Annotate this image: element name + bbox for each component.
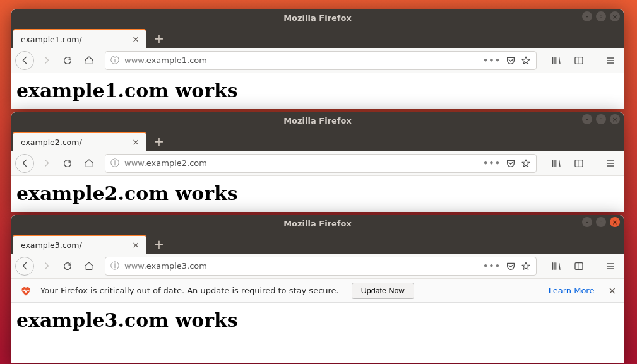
reload-button[interactable]: [58, 257, 77, 276]
new-tab-button[interactable]: +: [150, 132, 169, 151]
library-button[interactable]: [547, 51, 566, 70]
app-menu-button[interactable]: [601, 154, 620, 173]
learn-more-link[interactable]: Learn More: [549, 286, 595, 295]
close-tab-icon[interactable]: ×: [132, 138, 140, 146]
maximize-button[interactable]: ◦: [596, 217, 606, 227]
sidebar-button[interactable]: [569, 51, 588, 70]
minimize-button[interactable]: –: [582, 114, 592, 124]
tab-label: example1.com/: [21, 35, 82, 44]
tab-label: example2.com/: [21, 138, 82, 147]
maximize-button[interactable]: ◦: [596, 114, 606, 124]
sidebar-icon: [574, 56, 584, 66]
reload-button[interactable]: [58, 154, 77, 173]
page-actions-icon[interactable]: •••: [483, 56, 501, 65]
back-icon: [20, 56, 30, 65]
update-now-button[interactable]: Update Now: [352, 283, 414, 299]
minimize-button[interactable]: –: [582, 217, 592, 227]
reload-icon: [63, 56, 73, 66]
url-text: www.example3.com: [124, 261, 478, 271]
home-button[interactable]: [80, 154, 98, 173]
minimize-button[interactable]: –: [582, 11, 592, 21]
nav-toolbar: ⓘ www.example1.com •••: [11, 48, 624, 73]
maximize-button[interactable]: ◦: [596, 11, 606, 21]
sidebar-button[interactable]: [569, 154, 588, 173]
back-button[interactable]: [15, 51, 34, 70]
close-tab-icon[interactable]: ×: [132, 35, 140, 44]
page-actions-icon[interactable]: •••: [483, 158, 501, 168]
forward-button: [37, 257, 56, 276]
reload-icon: [63, 158, 73, 168]
tab-bar: example1.com/ × +: [11, 26, 624, 48]
forward-button: [37, 51, 56, 70]
site-info-icon[interactable]: ⓘ: [110, 55, 119, 66]
new-tab-button[interactable]: +: [150, 235, 169, 254]
heartbeat-icon: [19, 284, 33, 298]
tab-bar: example2.com/ × +: [11, 129, 624, 151]
back-button[interactable]: [15, 257, 34, 276]
site-info-icon[interactable]: ⓘ: [110, 158, 119, 169]
home-icon: [84, 56, 94, 66]
page-content: example3.com works: [11, 303, 624, 344]
tab-bar: example3.com/ × +: [11, 232, 624, 254]
bookmark-star-icon[interactable]: [521, 56, 531, 66]
back-button[interactable]: [15, 154, 34, 173]
forward-icon: [42, 56, 51, 65]
app-menu-button[interactable]: [601, 51, 620, 70]
page-actions-icon[interactable]: •••: [483, 261, 501, 271]
close-window-button[interactable]: ×: [610, 114, 620, 124]
page-heading: example3.com works: [16, 309, 619, 331]
address-bar[interactable]: ⓘ www.example1.com •••: [105, 51, 537, 70]
app-menu-button[interactable]: [601, 257, 620, 276]
nav-toolbar: ⓘ www.example2.com •••: [11, 151, 624, 176]
home-button[interactable]: [80, 51, 98, 70]
window-controls: – ◦ ×: [582, 11, 620, 21]
back-icon: [20, 261, 30, 271]
address-bar[interactable]: ⓘ www.example3.com •••: [105, 257, 537, 276]
url-text: www.example2.com: [124, 158, 478, 168]
svg-rect-2: [575, 160, 583, 167]
pocket-icon[interactable]: [506, 158, 516, 168]
notification-message: Your Firefox is critically out of date. …: [40, 286, 339, 295]
home-button[interactable]: [80, 257, 98, 276]
svg-rect-4: [575, 262, 583, 269]
page-content: example2.com works: [11, 176, 624, 212]
title-bar[interactable]: Mozilla Firefox – ◦ ×: [11, 9, 624, 26]
reload-button[interactable]: [58, 51, 77, 70]
pocket-icon[interactable]: [506, 261, 516, 271]
title-bar[interactable]: Mozilla Firefox – ◦ ×: [11, 215, 624, 232]
close-tab-icon[interactable]: ×: [132, 240, 140, 249]
close-window-button[interactable]: ×: [610, 11, 620, 21]
bookmark-star-icon[interactable]: [521, 261, 531, 271]
page-content: example1.com works: [11, 73, 624, 109]
update-notification-bar: Your Firefox is critically out of date. …: [11, 279, 624, 303]
library-icon: [551, 158, 561, 168]
library-icon: [551, 261, 561, 271]
active-tab[interactable]: example3.com/ ×: [13, 235, 146, 254]
library-button[interactable]: [547, 154, 566, 173]
window-title: Mozilla Firefox: [283, 13, 352, 23]
sidebar-icon: [574, 158, 584, 168]
forward-icon: [42, 158, 51, 168]
hamburger-icon: [605, 261, 616, 271]
dismiss-notification-icon[interactable]: ×: [608, 285, 616, 296]
title-bar[interactable]: Mozilla Firefox – ◦ ×: [11, 112, 624, 129]
site-info-icon[interactable]: ⓘ: [110, 261, 119, 272]
firefox-window-3: Mozilla Firefox – ◦ × example3.com/ × + …: [11, 215, 624, 363]
new-tab-button[interactable]: +: [150, 29, 169, 48]
hamburger-icon: [605, 56, 616, 66]
sidebar-button[interactable]: [569, 257, 588, 276]
address-bar[interactable]: ⓘ www.example2.com •••: [105, 154, 537, 173]
tab-label: example3.com/: [21, 240, 82, 250]
page-heading: example1.com works: [16, 79, 619, 102]
close-window-button[interactable]: ×: [610, 217, 620, 227]
window-controls: – ◦ ×: [582, 217, 620, 227]
bookmark-star-icon[interactable]: [521, 158, 531, 168]
library-button[interactable]: [547, 257, 566, 276]
reload-icon: [63, 261, 73, 271]
home-icon: [84, 261, 94, 271]
active-tab[interactable]: example2.com/ ×: [13, 132, 146, 151]
sidebar-icon: [574, 261, 584, 271]
pocket-icon[interactable]: [506, 56, 516, 66]
active-tab[interactable]: example1.com/ ×: [13, 29, 146, 48]
window-title: Mozilla Firefox: [283, 219, 352, 228]
